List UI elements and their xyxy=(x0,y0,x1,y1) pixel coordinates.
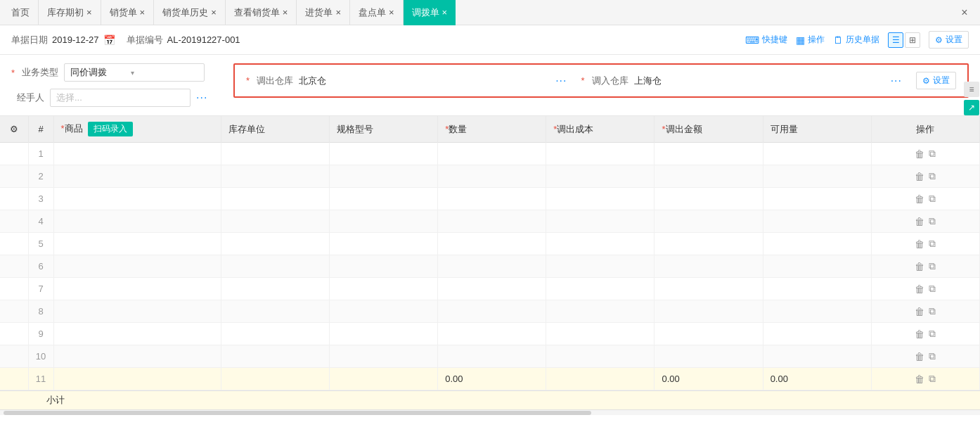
warehouse-out-field: * 调出仓库 北京仓 ··· xyxy=(246,75,567,87)
handler-row: 经手人 选择... ··· xyxy=(11,89,222,107)
delete-row-icon[interactable]: 🗑 xyxy=(915,216,924,227)
keyboard-icon: ⌨ xyxy=(745,34,759,46)
th-row-num: # xyxy=(28,116,53,143)
form-left: * 业务类型 同价调拨 ▾ 经手人 选择... ··· xyxy=(11,63,222,107)
th-settings[interactable]: ⚙ xyxy=(0,116,28,143)
copy-row-icon[interactable]: ⧉ xyxy=(929,193,936,205)
grid-view-button[interactable]: ⊞ xyxy=(905,32,920,48)
delete-row-icon[interactable]: 🗑 xyxy=(915,261,924,272)
settings-icon-button[interactable]: ⚙ 设置 xyxy=(916,72,956,89)
th-ops: 操作 xyxy=(871,116,979,143)
delete-row-icon[interactable]: 🗑 xyxy=(915,171,924,182)
table-container: ⚙ # *商品 扫码录入 库存单位 规格型号 *数量 *调出成本 xyxy=(0,116,980,446)
delete-row-icon[interactable]: 🗑 xyxy=(915,283,924,295)
handler-select[interactable]: 选择... xyxy=(50,89,191,107)
copy-row-icon[interactable]: ⧉ xyxy=(929,283,936,295)
tab-purchase-order[interactable]: 进货单 × xyxy=(297,0,350,25)
tab-close-sales-order[interactable]: × xyxy=(140,7,146,18)
shortcuts-button[interactable]: ⌨ 快捷键 xyxy=(745,34,787,46)
delete-row-icon[interactable]: 🗑 xyxy=(915,148,924,160)
business-type-select[interactable]: 同价调拨 ▾ xyxy=(64,63,205,82)
business-type-row: * 业务类型 同价调拨 ▾ xyxy=(11,63,222,82)
copy-row-icon[interactable]: ⧉ xyxy=(929,350,936,362)
warehouse-in-required: * xyxy=(581,75,585,86)
handler-more-button[interactable]: ··· xyxy=(196,91,207,104)
warehouse-out-more-button[interactable]: ··· xyxy=(555,75,567,87)
tab-view-sales[interactable]: 查看销货单 × xyxy=(226,0,297,25)
sidebar-list-icon[interactable]: ≡ xyxy=(964,82,979,97)
copy-row-icon[interactable]: ⧉ xyxy=(929,328,936,340)
table-row: 3 🗑 ⧉ xyxy=(0,188,980,210)
table-settings-icon: ⚙ xyxy=(10,124,18,134)
tab-close-stocktake[interactable]: × xyxy=(389,7,394,18)
right-sidebar: ≡ ↗ xyxy=(963,25,980,115)
scan-entry-button[interactable]: 扫码录入 xyxy=(88,122,133,136)
delete-row-icon[interactable]: 🗑 xyxy=(915,351,924,362)
tab-close-purchase-order[interactable]: × xyxy=(335,7,341,18)
table-row: 7 🗑 ⧉ xyxy=(0,278,980,300)
copy-row-icon[interactable]: ⧉ xyxy=(929,170,936,182)
main-content: 单据日期 2019-12-27 📅 单据编号 AL-20191227-001 ⌨… xyxy=(0,25,980,446)
copy-row-icon[interactable]: ⧉ xyxy=(929,260,936,272)
tab-transfer[interactable]: 调拨单 × xyxy=(404,0,456,25)
subtotal-delete-icon[interactable]: 🗑 xyxy=(915,374,924,385)
settings-cog-icon: ⚙ xyxy=(935,35,943,45)
tab-home[interactable]: 首页 xyxy=(3,0,39,25)
tab-sales-history[interactable]: 销货单历史 × xyxy=(154,0,226,25)
tab-close-inventory-init[interactable]: × xyxy=(86,7,92,18)
delete-row-icon[interactable]: 🗑 xyxy=(915,193,924,205)
th-spec: 规格型号 xyxy=(330,116,438,143)
horizontal-scrollbar[interactable] xyxy=(0,409,980,415)
tab-close-transfer[interactable]: × xyxy=(442,7,448,18)
header-actions: ⌨ 快捷键 ▦ 操作 🗒 历史单据 ☰ ⊞ ⚙ 设置 xyxy=(745,31,969,49)
subtotal-copy-icon[interactable]: ⧉ xyxy=(929,373,936,385)
form-section: * 业务类型 同价调拨 ▾ 经手人 选择... ··· * 调出仓库 xyxy=(0,55,980,116)
delete-row-icon[interactable]: 🗑 xyxy=(915,238,924,250)
tab-close-view-sales[interactable]: × xyxy=(283,7,288,18)
copy-row-icon[interactable]: ⧉ xyxy=(929,148,936,160)
table-row: 4 🗑 ⧉ xyxy=(0,210,980,233)
table-row: 5 🗑 ⧉ xyxy=(0,233,980,255)
delete-row-icon[interactable]: 🗑 xyxy=(915,306,924,317)
table-row: 10 🗑 ⧉ xyxy=(0,345,980,368)
business-type-required: * xyxy=(11,68,15,78)
tab-stocktake[interactable]: 盘点单 × xyxy=(350,0,404,25)
tab-bar: 首页 库存期初 × 销货单 × 销货单历史 × 查看销货单 × 进货单 × 盘点… xyxy=(0,0,980,25)
th-qty: *数量 xyxy=(438,116,546,143)
number-field: 单据编号 AL-20191227-001 xyxy=(127,34,240,46)
copy-row-icon[interactable]: ⧉ xyxy=(929,215,936,227)
th-available: 可用量 xyxy=(763,116,871,143)
date-field: 单据日期 2019-12-27 📅 xyxy=(11,34,115,46)
operations-icon: ▦ xyxy=(796,34,805,46)
header-bar: 单据日期 2019-12-27 📅 单据编号 AL-20191227-001 ⌨… xyxy=(0,25,980,55)
sidebar-expand-icon[interactable]: ↗ xyxy=(964,100,979,115)
operations-button[interactable]: ▦ 操作 xyxy=(796,34,825,46)
history-button[interactable]: 🗒 历史单据 xyxy=(833,34,879,46)
warehouse-section: * 调出仓库 北京仓 ··· * 调入仓库 上海仓 ··· ⚙ 设置 xyxy=(246,72,956,89)
tab-sales-order[interactable]: 销货单 × xyxy=(101,0,155,25)
copy-row-icon[interactable]: ⧉ xyxy=(929,305,936,317)
table-row: 2 🗑 ⧉ xyxy=(0,165,980,188)
tab-close-sales-history[interactable]: × xyxy=(211,7,217,18)
warehouse-out-required: * xyxy=(246,75,250,86)
list-view-button[interactable]: ☰ xyxy=(888,32,903,48)
warehouse-in-more-button[interactable]: ··· xyxy=(891,75,902,87)
table-row: 9 🗑 ⧉ xyxy=(0,323,980,345)
th-product: *商品 扫码录入 xyxy=(53,116,221,143)
subtotal-row: 11 0.00 0.00 0.00 🗑 ⧉ xyxy=(0,368,980,390)
table-row: 8 🗑 ⧉ xyxy=(0,300,980,323)
table-row: 6 🗑 ⧉ xyxy=(0,255,980,278)
view-toggle: ☰ ⊞ xyxy=(888,32,920,48)
copy-row-icon[interactable]: ⧉ xyxy=(929,238,936,250)
data-table: ⚙ # *商品 扫码录入 库存单位 规格型号 *数量 *调出成本 xyxy=(0,116,980,390)
tab-inventory-init[interactable]: 库存期初 × xyxy=(39,0,101,25)
delete-row-icon[interactable]: 🗑 xyxy=(915,329,924,340)
th-amount: *调出金额 xyxy=(655,116,763,143)
window-close-button[interactable]: × xyxy=(952,0,977,25)
th-cost: *调出成本 xyxy=(546,116,655,143)
th-unit: 库存单位 xyxy=(221,116,329,143)
calendar-icon[interactable]: 📅 xyxy=(103,34,115,46)
business-type-dropdown-icon: ▾ xyxy=(131,69,134,77)
subtotal-label-row: 小计 xyxy=(0,390,980,409)
table-row: 1 🗑 ⧉ xyxy=(0,143,980,165)
